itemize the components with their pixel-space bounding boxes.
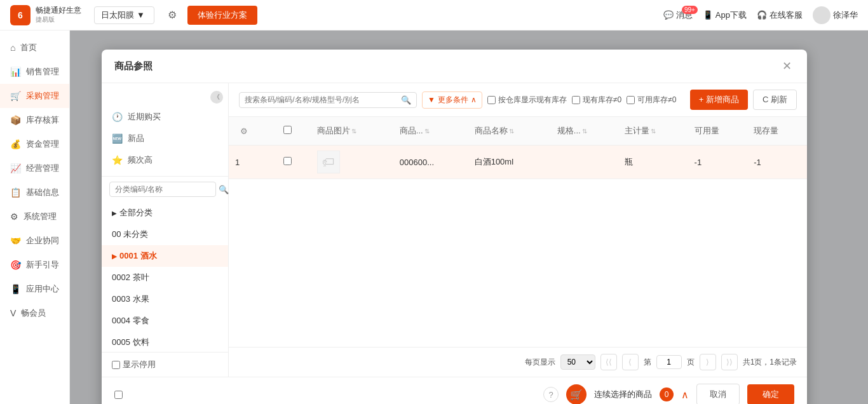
col-code-label: 商品... [400, 125, 423, 137]
page-label: 第 [644, 357, 651, 368]
sidebar-item-enterprise[interactable]: 🤝 企业协同 [0, 229, 69, 253]
footer-right: ? 🛒 连续选择的商品 0 ∧ 取消 确定 [543, 384, 794, 404]
message-badge: 99+ [682, 6, 698, 14]
online-service-nav-item[interactable]: 🎧 在线客服 [757, 10, 803, 21]
main-content: 商品参照 ✕ 《 🕐 近期购买 🆕 [70, 30, 868, 404]
toolbar: 🔍 ▼ 更多条件 ∧ 按仓库显示现有库存 [229, 83, 807, 117]
warehouse-stock-checkbox-label[interactable]: 按仓库显示现有库存 [487, 95, 567, 105]
available-stock-checkbox-label[interactable]: 可用库存≠0 [627, 95, 676, 105]
sort-name-icon: ⇅ [509, 128, 514, 135]
display-disabled-checkbox[interactable] [112, 361, 120, 369]
quick-item-frequent[interactable]: ⭐ 频次高 [102, 149, 228, 171]
next-page-button[interactable]: ⟩ [700, 354, 716, 370]
sidebar-item-inventory[interactable]: 📦 库存核算 [0, 108, 69, 132]
refresh-button[interactable]: C 刷新 [753, 90, 797, 110]
sidebar-item-guide[interactable]: 🎯 新手引导 [0, 253, 69, 277]
sidebar-item-apps[interactable]: 📱 应用中心 [0, 277, 69, 301]
operation-icon: 📈 [10, 163, 21, 173]
modal-footer: ? 🛒 连续选择的商品 0 ∧ 取消 确定 [102, 377, 807, 404]
category-item-drink[interactable]: 0005 饮料 [102, 332, 228, 352]
username-label: 徐泽华 [833, 10, 858, 21]
footer-disabled-checkbox[interactable] [114, 391, 123, 399]
sidebar-item-membership[interactable]: V 畅会员 [0, 301, 69, 325]
prev-page-button[interactable]: ⟨ [622, 354, 639, 370]
table-row[interactable]: 1 🏷 000600... 白酒100ml [229, 145, 807, 179]
quick-access: 《 🕐 近期购买 🆕 新品 ⭐ 频次高 [102, 83, 228, 177]
cart-button[interactable]: 🛒 [566, 384, 587, 404]
filter-collapse-icon: ∧ [471, 95, 477, 104]
category-liquor-label: 0001 酒水 [119, 250, 157, 262]
cell-spec [551, 145, 618, 179]
sidebar-item-system[interactable]: ⚙ 系统管理 [0, 205, 69, 229]
sidebar-item-apps-label: 应用中心 [26, 283, 59, 295]
sidebar-item-basic[interactable]: 📋 基础信息 [0, 180, 69, 205]
col-unit: 主计量 ⇅ [618, 117, 688, 145]
per-page-select[interactable]: 20 50 100 [560, 354, 595, 370]
last-page-button[interactable]: ⟩⟩ [721, 354, 738, 370]
footer-collapse-icon[interactable]: ∧ [681, 389, 689, 401]
row-checkbox[interactable] [283, 157, 292, 165]
nonzero-stock-checkbox-label[interactable]: 现有库存≠0 [572, 95, 621, 105]
modal-close-button[interactable]: ✕ [779, 58, 794, 74]
quick-item-new[interactable]: 🆕 新品 [102, 128, 228, 149]
cancel-button[interactable]: 取消 [696, 384, 740, 404]
col-settings: ⚙ [229, 117, 277, 145]
help-icon-button[interactable]: ? [543, 387, 559, 402]
collapse-button[interactable]: 《 [210, 91, 223, 104]
confirm-button[interactable]: 确定 [747, 384, 794, 404]
quick-recent-label: 近期购买 [128, 111, 161, 123]
cart-icon: 🛒 [570, 389, 583, 401]
user-nav-item[interactable]: 徐泽华 [813, 6, 858, 24]
basic-icon: 📋 [10, 187, 21, 198]
display-disabled-checkbox-label[interactable]: 显示停用 [112, 359, 218, 370]
category-item-liquor[interactable]: ▶ 0001 酒水 [102, 245, 228, 267]
page-number-input[interactable] [656, 355, 682, 369]
sidebar-item-finance[interactable]: 💰 资金管理 [0, 132, 69, 156]
cell-name: 白酒100ml [468, 145, 551, 179]
footer-display-disabled[interactable] [114, 391, 123, 399]
warehouse-stock-checkbox[interactable] [487, 96, 496, 104]
finance-icon: 💰 [10, 139, 21, 149]
add-product-button[interactable]: + 新增商品 [690, 90, 748, 110]
product-search-bar[interactable]: 🔍 [239, 92, 417, 108]
app-sub: 捷易版 [36, 15, 81, 24]
category-search-input[interactable] [109, 182, 216, 197]
category-item-fruit[interactable]: 0003 水果 [102, 288, 228, 310]
nav-dropdown-label: 日太阳膜 [101, 10, 134, 21]
sidebar-item-system-label: 系统管理 [24, 211, 57, 222]
product-search-input[interactable] [245, 95, 398, 104]
total-info: 共1页，1条记录 [743, 357, 797, 368]
message-nav-item[interactable]: 💬 消息 99+ [663, 10, 693, 21]
category-item-unclassified[interactable]: 00 未分类 [102, 224, 228, 245]
col-image: 商品图片 ⇅ [311, 117, 393, 145]
quick-item-recent[interactable]: 🕐 近期购买 [102, 106, 228, 128]
filter-label: 更多条件 [438, 95, 468, 105]
nav-dropdown[interactable]: 日太阳膜 ▼ [94, 6, 154, 24]
filter-button[interactable]: ▼ 更多条件 ∧ [422, 91, 482, 109]
category-all-label: 全部分类 [119, 207, 153, 219]
sales-icon: 📊 [10, 67, 21, 77]
app-name: 畅捷通好生意 [36, 6, 81, 16]
table-settings-icon[interactable]: ⚙ [235, 122, 253, 140]
category-item-snack[interactable]: 0004 零食 [102, 310, 228, 332]
sidebar-item-sales[interactable]: 📊 销售管理 [0, 60, 69, 84]
first-page-button[interactable]: ⟨⟨ [600, 354, 617, 370]
nonzero-stock-checkbox[interactable] [572, 96, 580, 104]
sidebar-item-purchase[interactable]: 🛒 采购管理 [0, 84, 69, 108]
experience-button[interactable]: 体验行业方案 [187, 6, 257, 25]
search-submit-icon[interactable]: 🔍 [401, 95, 411, 105]
category-search-icon[interactable]: 🔍 [219, 185, 229, 194]
select-all-checkbox[interactable] [283, 126, 292, 134]
col-name: 商品名称 ⇅ [468, 117, 551, 145]
available-stock-checkbox[interactable] [627, 96, 635, 104]
settings-button[interactable]: ⚙ [162, 5, 182, 25]
sidebar-item-operation[interactable]: 📈 经营管理 [0, 156, 69, 180]
sidebar-item-home[interactable]: ⌂ 首页 [0, 36, 69, 60]
col-stock: 现存量 [747, 117, 807, 145]
footer-left [114, 391, 123, 399]
app-download-nav-item[interactable]: 📱 App下载 [703, 10, 747, 21]
category-item-tea[interactable]: 0002 茶叶 [102, 267, 228, 288]
category-item-all[interactable]: ▶ 全部分类 [102, 202, 228, 224]
modal-right-panel: 🔍 ▼ 更多条件 ∧ 按仓库显示现有库存 [229, 83, 807, 377]
mobile-icon: 📱 [703, 10, 713, 20]
